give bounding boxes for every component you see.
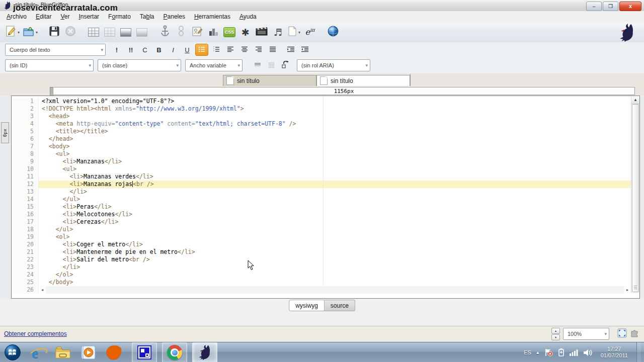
id-select[interactable]: (sin ID) ▾	[5, 59, 94, 71]
menu-herramientas[interactable]: Herramientas	[190, 12, 235, 22]
borders-dense-button[interactable]	[266, 60, 278, 71]
rotate-button[interactable]	[280, 60, 292, 71]
code-line[interactable]: 2<!DOCTYPE html><html xmlns="http://www.…	[12, 105, 631, 113]
taskbar-bluegriffon[interactable]	[192, 342, 217, 362]
aria-role-select[interactable]: (sin rol ARIA) ▾	[297, 59, 370, 71]
underline-button[interactable]: U	[181, 44, 193, 55]
code-line[interactable]: 23 </li>	[12, 263, 631, 271]
code-line[interactable]: 8 <ul>	[12, 150, 631, 158]
horizontal-scrollbar[interactable]	[46, 286, 624, 294]
vertical-scrollbar[interactable]: ▲	[631, 96, 639, 293]
document-tab-1[interactable]: sin título	[223, 75, 316, 86]
template-button[interactable]: ▾	[287, 25, 300, 40]
align-left-button[interactable]	[224, 44, 236, 55]
show-desktop-button[interactable]	[636, 342, 641, 362]
document-tab-2[interactable]: sin título	[316, 75, 410, 86]
code-line[interactable]: 20 <li>Coger el metro</li>	[12, 241, 631, 248]
horizontal-ruler[interactable]: 1156px	[53, 87, 635, 95]
insert-math-button[interactable]: eiπ	[303, 25, 316, 40]
action-center-icon[interactable]	[544, 348, 553, 356]
zoom-select[interactable]: 100% ▾	[563, 328, 609, 340]
language-indicator[interactable]: ES	[524, 349, 531, 355]
new-document-button[interactable]: ▾	[6, 25, 20, 40]
code-line[interactable]: 1<?xml version="1.0" encoding="UTF-8"?>	[12, 98, 631, 105]
stop-button[interactable]	[64, 25, 77, 40]
code-lines[interactable]: 1<?xml version="1.0" encoding="UTF-8"?>2…	[12, 98, 631, 286]
paragraph-style-select[interactable]: Cuerpo del texto ▾	[5, 44, 106, 56]
special-character-button[interactable]: ✱	[239, 25, 252, 40]
class-select[interactable]: (sin clase) ▾	[98, 59, 181, 71]
indent-button[interactable]	[285, 44, 297, 55]
code-line[interactable]: 19 <ol>	[12, 233, 631, 241]
zoom-decrease-button[interactable]: ▾	[551, 334, 560, 340]
vertical-scrollbar-thumb[interactable]	[632, 104, 639, 292]
save-button[interactable]	[48, 25, 61, 40]
close-button[interactable]: x	[619, 2, 641, 11]
code-line[interactable]: 15 <li>Peras</li>	[12, 203, 631, 211]
code-line[interactable]: 3 <head>	[12, 113, 631, 120]
addons-manager-button[interactable]	[630, 328, 640, 340]
outdent-button[interactable]	[299, 44, 311, 55]
code-line[interactable]: 16 <li>Melocotones</li>	[12, 211, 631, 218]
code-line[interactable]: 5 <title></title>	[12, 128, 631, 135]
menu-insertar[interactable]: Insertar	[74, 12, 104, 22]
width-mode-select[interactable]: Ancho variable ▾	[185, 59, 243, 71]
start-button[interactable]	[3, 343, 23, 362]
insert-video-button[interactable]	[255, 25, 268, 40]
fullscreen-button[interactable]	[617, 328, 627, 340]
italic-button[interactable]: I	[167, 44, 179, 55]
network-icon[interactable]	[570, 349, 579, 356]
menu-paneles[interactable]: Paneles	[159, 12, 190, 22]
taskbar-chrome[interactable]	[162, 342, 187, 362]
link-button[interactable]	[175, 25, 188, 40]
code-line[interactable]: 18 </ul>	[12, 226, 631, 233]
scroll-left-arrow-icon[interactable]: ◂	[39, 286, 46, 294]
justify-button[interactable]	[267, 44, 279, 55]
code-line[interactable]: 17 <li>Cerezas</li>	[12, 218, 631, 226]
vertical-ruler-tab[interactable]: 0px	[1, 122, 9, 143]
taskbar-media-player[interactable]	[78, 343, 98, 362]
code-line[interactable]: 11 <li>Manzanas verdes</li>	[12, 173, 631, 180]
code-line[interactable]: 21 <li>Mantenerme de pie en el metro</li…	[12, 248, 631, 256]
chart-button[interactable]	[207, 25, 220, 40]
code-line[interactable]: 14 </ul>	[12, 196, 631, 203]
numbered-list-button[interactable]	[210, 44, 222, 55]
taskbar-windows-explorer[interactable]	[53, 343, 73, 362]
css-editor-button[interactable]: CSS	[223, 25, 236, 40]
table-properties-button[interactable]	[103, 25, 116, 40]
image-properties-button[interactable]	[135, 25, 148, 40]
insert-audio-button[interactable]: ♬	[271, 25, 284, 40]
preview-in-browser-button[interactable]	[327, 25, 340, 40]
insert-image-button[interactable]	[119, 25, 132, 40]
menu-editar[interactable]: Editar	[31, 12, 56, 22]
hidden-icons-button[interactable]: ▲	[536, 350, 540, 355]
scroll-up-arrow-icon[interactable]: ▲	[631, 96, 639, 104]
menu-ayuda[interactable]: Ayuda	[235, 12, 261, 22]
code-line[interactable]: 7 <body>	[12, 143, 631, 150]
emphasis-button[interactable]: !	[111, 44, 123, 55]
open-file-button[interactable]: ▾	[23, 25, 38, 40]
code-line[interactable]: 24 </ol>	[12, 271, 631, 279]
borders-light-button[interactable]	[252, 60, 264, 71]
taskbar-clock[interactable]: 17:27 01/07/2011	[597, 346, 632, 359]
code-line[interactable]: 9 <li>Manzanas</li>	[12, 158, 631, 165]
code-line[interactable]: 4 <meta http-equiv="content-type" conten…	[12, 120, 631, 128]
code-line[interactable]: 10 <ul>	[12, 165, 631, 173]
wysiwyg-view-button[interactable]: wysiwyg	[289, 300, 325, 311]
restore-button[interactable]: ❐	[603, 2, 618, 11]
code-line[interactable]: 6 </head>	[12, 135, 631, 143]
form-button[interactable]	[191, 25, 204, 40]
taskbar-internet-explorer[interactable]: e	[28, 343, 48, 362]
source-editor[interactable]: 1<?xml version="1.0" encoding="UTF-8"?>2…	[11, 96, 640, 299]
get-addons-link[interactable]: Obtener complementos	[4, 330, 67, 337]
code-line[interactable]: 22 <li>Salir del metro<br />	[12, 256, 631, 263]
bullet-list-button[interactable]	[195, 44, 208, 56]
code-line[interactable]: 13 </li>	[12, 188, 631, 196]
menu-formato[interactable]: Formato	[104, 12, 135, 22]
align-center-button[interactable]	[238, 44, 251, 55]
code-style-button[interactable]: C	[139, 44, 151, 55]
source-view-button[interactable]: source	[325, 300, 355, 311]
menu-tabla[interactable]: Tabla	[135, 12, 159, 22]
taskbar-firefox[interactable]	[103, 343, 123, 362]
volume-icon[interactable]	[583, 349, 592, 356]
